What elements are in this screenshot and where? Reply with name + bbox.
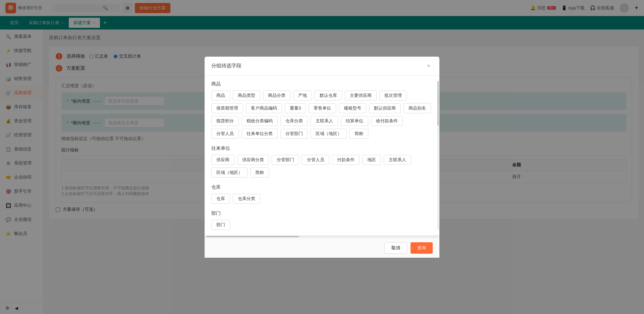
modal-body: 商品 商品 商品类型 商品分类 产地 默认仓库 主要供应商 批次管理 保质期管理… bbox=[205, 76, 439, 235]
scrollbar-x-track bbox=[206, 236, 438, 237]
tag-goods-19[interactable]: 收付款条件 bbox=[371, 116, 403, 126]
tag-dept-0[interactable]: 部门 bbox=[211, 220, 230, 230]
tag-goods-20[interactable]: 分管人员 bbox=[211, 129, 239, 139]
scrollbar-thumb bbox=[437, 81, 439, 126]
tag-goods-11[interactable]: 规格型号 bbox=[339, 103, 366, 113]
section-warehouse-title: 仓库 bbox=[211, 184, 433, 190]
tag-partner-8[interactable]: 简称 bbox=[250, 168, 269, 178]
section-partner-tags: 供应商 供应商分类 分管部门 分管人员 付款条件 地区 主联系人 区域（地区） … bbox=[211, 155, 433, 178]
tag-goods-3[interactable]: 产地 bbox=[293, 90, 312, 101]
modal-overlay[interactable]: 分组待选字段 × 商品 商品 商品类型 商品分类 产地 默认仓库 主要供应商 批… bbox=[0, 0, 644, 314]
tag-partner-4[interactable]: 付款条件 bbox=[332, 155, 360, 165]
tag-goods-12[interactable]: 默认供应商 bbox=[369, 103, 401, 113]
tag-goods-7[interactable]: 保质期管理 bbox=[211, 103, 243, 113]
field-selection-modal: 分组待选字段 × 商品 商品 商品类型 商品分类 产地 默认仓库 主要供应商 批… bbox=[205, 57, 439, 258]
section-goods-title: 商品 bbox=[211, 81, 433, 87]
tag-goods-2[interactable]: 商品分类 bbox=[263, 90, 290, 101]
tag-partner-5[interactable]: 地区 bbox=[362, 155, 381, 165]
tag-goods-21[interactable]: 往来单位分类 bbox=[241, 129, 278, 139]
cancel-button[interactable]: 取消 bbox=[384, 242, 407, 254]
confirm-button[interactable]: 查询 bbox=[411, 242, 433, 254]
tag-goods-24[interactable]: 简称 bbox=[350, 129, 368, 139]
tag-partner-1[interactable]: 供应商分类 bbox=[237, 155, 269, 165]
tag-goods-17[interactable]: 主联系人 bbox=[311, 116, 338, 126]
section-dept: 部门 部门 bbox=[211, 210, 433, 230]
section-dept-title: 部门 bbox=[211, 210, 433, 216]
vertical-scrollbar[interactable] bbox=[437, 81, 439, 230]
horizontal-scrollbar[interactable] bbox=[205, 235, 439, 238]
section-partner-title: 往来单位 bbox=[211, 145, 433, 151]
tag-partner-6[interactable]: 主联系人 bbox=[384, 155, 411, 165]
tag-goods-22[interactable]: 分管部门 bbox=[280, 129, 308, 139]
section-goods: 商品 商品 商品类型 商品分类 产地 默认仓库 主要供应商 批次管理 保质期管理… bbox=[211, 81, 433, 139]
modal-title: 分组待选字段 bbox=[211, 63, 241, 69]
tag-goods-10[interactable]: 零售单位 bbox=[309, 103, 336, 113]
modal-close-button[interactable]: × bbox=[425, 62, 433, 70]
tag-goods-23[interactable]: 区域（地区） bbox=[311, 129, 347, 139]
scrollbar-x-thumb bbox=[206, 236, 299, 237]
tag-goods-8[interactable]: 客户商品编码 bbox=[246, 103, 282, 113]
tag-warehouse-0[interactable]: 仓库 bbox=[211, 194, 230, 204]
tag-partner-3[interactable]: 分管人员 bbox=[302, 155, 329, 165]
tag-partner-7[interactable]: 区域（地区） bbox=[211, 168, 248, 178]
tag-warehouse-1[interactable]: 仓库分类 bbox=[233, 194, 260, 204]
section-warehouse-tags: 仓库 仓库分类 bbox=[211, 194, 433, 204]
modal-header: 分组待选字段 × bbox=[205, 57, 439, 76]
tag-goods-1[interactable]: 商品类型 bbox=[233, 90, 260, 101]
tag-goods-16[interactable]: 仓库分类 bbox=[280, 116, 308, 126]
tag-goods-9[interactable]: 重量3 bbox=[285, 103, 306, 113]
section-goods-tags: 商品 商品类型 商品分类 产地 默认仓库 主要供应商 批次管理 保质期管理 客户… bbox=[211, 90, 433, 139]
tag-goods-6[interactable]: 批次管理 bbox=[379, 90, 407, 101]
tag-goods-14[interactable]: 拣货积分 bbox=[211, 116, 239, 126]
section-partner: 往来单位 供应商 供应商分类 分管部门 分管人员 付款条件 地区 主联系人 区域… bbox=[211, 145, 433, 178]
tag-partner-0[interactable]: 供应商 bbox=[211, 155, 234, 165]
tag-goods-0[interactable]: 商品 bbox=[211, 90, 230, 101]
modal-footer: 取消 查询 bbox=[205, 238, 439, 258]
tag-goods-18[interactable]: 结算单位 bbox=[341, 116, 368, 126]
section-dept-tags: 部门 bbox=[211, 220, 433, 230]
tag-goods-5[interactable]: 主要供应商 bbox=[345, 90, 377, 101]
tag-goods-15[interactable]: 税收分类编码 bbox=[241, 116, 278, 126]
tag-partner-2[interactable]: 分管部门 bbox=[272, 155, 299, 165]
tag-goods-4[interactable]: 默认仓库 bbox=[315, 90, 342, 101]
tag-goods-13[interactable]: 商品别名 bbox=[404, 103, 431, 113]
section-warehouse: 仓库 仓库 仓库分类 bbox=[211, 184, 433, 204]
